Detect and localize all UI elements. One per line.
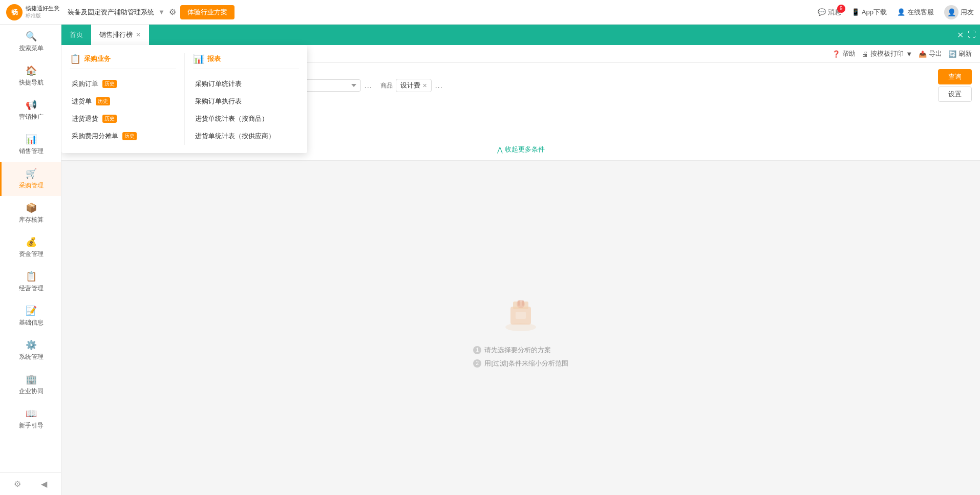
dropdown-item-order-exec[interactable]: 采购订单执行表 — [193, 93, 300, 110]
tab-bar: 首页 销售排行榜 ✕ ✕ ⛶ 📋 采购业务 采购订单 — [61, 25, 980, 45]
sidebar-label-marketing: 营销推广 — [19, 113, 44, 121]
sidebar-label-finance: 资金管理 — [19, 250, 44, 259]
app-download-btn[interactable]: 📱 App下载 — [851, 8, 887, 17]
export-btn[interactable]: 📤 导出 — [919, 49, 942, 58]
tab-sales-rank-label: 销售排行榜 — [99, 30, 133, 39]
phone-icon: 📱 — [851, 8, 860, 16]
tab-home[interactable]: 首页 — [61, 25, 91, 45]
main-wrapper: 🔍 搜索菜单 🏠 快捷导航 📢 营销推广 📊 销售管理 🛒 采购管理 📦 库存核… — [0, 25, 980, 495]
collapse-up-icon: ⋀ — [497, 146, 503, 154]
sidebar-item-search[interactable]: 🔍 搜索菜单 — [0, 25, 61, 59]
dropdown-divider — [184, 53, 185, 145]
voucher-status-more-icon[interactable]: … — [364, 81, 372, 90]
sidebar-label-purchase: 采购管理 — [19, 181, 44, 190]
action-buttons: 查询 设置 — [938, 69, 972, 102]
print-dropdown-icon[interactable]: ▼ — [906, 50, 912, 58]
hist-badge-incoming: 历史 — [96, 97, 110, 105]
sidebar-item-purchase[interactable]: 🛒 采购管理 — [0, 162, 61, 196]
empty-illustration — [495, 286, 546, 337]
sidebar-item-marketing[interactable]: 📢 营销推广 — [0, 93, 61, 127]
dropdown-report-col: 📊 报表 采购订单统计表 采购订单执行表 进货单统计表（按商品） 进货单统计表（… — [193, 53, 300, 145]
dropdown-item-incoming[interactable]: 进货单 历史 — [70, 93, 176, 110]
search-icon: 🔍 — [26, 31, 37, 42]
system-title-area: 装备及固定资产辅助管理系统 ▼ ⚙ 体验行业方案 — [68, 5, 818, 19]
sidebar-bottom: ⚙ ◀ — [0, 472, 61, 495]
online-service-label: 在线客服 — [907, 8, 934, 17]
sidebar-label-guide: 新手引导 — [19, 421, 44, 430]
message-btn[interactable]: 💬 消息 9 — [818, 8, 841, 17]
print-btn[interactable]: 🖨 按模板打印 ▼ — [862, 49, 912, 58]
gear-icon[interactable]: ⚙ — [169, 7, 176, 17]
tab-close-icon[interactable]: ✕ — [136, 31, 141, 38]
message-badge: 9 — [837, 5, 845, 13]
user-btn[interactable]: 👤 用友 — [944, 5, 974, 19]
goods-more-icon[interactable]: … — [435, 81, 443, 90]
system-icon: ⚙️ — [26, 339, 37, 351]
home-icon: 🏠 — [26, 65, 37, 76]
dropdown-purchase-title: 📋 采购业务 — [70, 53, 176, 69]
tab-close-all-icon[interactable]: ✕ — [957, 30, 964, 40]
sidebar-item-enterprise[interactable]: 🏢 企业协同 — [0, 368, 61, 402]
dropdown-item-return[interactable]: 进货退货 历史 — [70, 110, 176, 127]
sidebar-item-sales[interactable]: 📊 销售管理 — [0, 127, 61, 162]
purchase-icon: 🛒 — [26, 168, 37, 179]
filter-goods: 商品 设计费 ✕ … — [380, 79, 443, 92]
purchase-order-label: 采购订单 — [72, 79, 98, 89]
refresh-icon: 🔄 — [948, 50, 956, 58]
voucher-status-select[interactable] — [300, 79, 361, 92]
sidebar-item-finance[interactable]: 💰 资金管理 — [0, 230, 61, 265]
purchase-section-icon: 📋 — [70, 53, 81, 64]
svg-rect-6 — [516, 312, 526, 319]
sidebar-label-enterprise: 企业协同 — [19, 387, 44, 396]
sidebar-item-system[interactable]: ⚙️ 系统管理 — [0, 333, 61, 368]
system-title: 装备及固定资产辅助管理系统 — [68, 8, 154, 17]
logo-area: 畅 畅捷通好生意 标准版 — [6, 4, 68, 20]
dropdown-item-order-stats[interactable]: 采购订单统计表 — [193, 75, 300, 93]
app-download-label: App下载 — [862, 8, 887, 17]
svg-rect-5 — [522, 300, 524, 306]
sidebar-label-operations: 经营管理 — [19, 284, 44, 293]
sidebar-item-basic-info[interactable]: 📝 基础信息 — [0, 299, 61, 333]
inventory-icon: 📦 — [26, 202, 37, 213]
purchase-dropdown-menu: 📋 采购业务 采购订单 历史 进货单 历史 进货退货 历史 — [61, 45, 307, 153]
user-label: 用友 — [961, 8, 974, 17]
top-header: 畅 畅捷通好生意 标准版 装备及固定资产辅助管理系统 ▼ ⚙ 体验行业方案 💬 … — [0, 0, 980, 25]
empty-tip-1: 1 请先选择要分析的方案 — [473, 343, 568, 357]
logo-icon: 畅 — [6, 4, 23, 20]
dropdown-item-incoming-stats-goods[interactable]: 进货单统计表（按商品） — [193, 110, 300, 127]
collapse-sidebar-icon[interactable]: ◀ — [41, 479, 47, 489]
sidebar-item-guide[interactable]: 📖 新手引导 — [0, 402, 61, 436]
logo-text: 畅捷通好生意 标准版 — [26, 5, 59, 19]
sidebar-label-system: 系统管理 — [19, 353, 44, 361]
system-title-dropdown-icon[interactable]: ▼ — [158, 8, 165, 16]
hist-badge-purchase-order: 历史 — [102, 80, 117, 88]
dropdown-item-incoming-stats-supplier[interactable]: 进货单统计表（按供应商） — [193, 127, 300, 145]
marketing-icon: 📢 — [26, 99, 37, 111]
settings-bottom-icon[interactable]: ⚙ — [14, 479, 21, 489]
dropdown-item-purchase-order[interactable]: 采购订单 历史 — [70, 75, 176, 93]
industry-btn[interactable]: 体验行业方案 — [180, 5, 235, 19]
online-service-btn[interactable]: 👤 在线客服 — [897, 8, 934, 17]
hist-badge-expense: 历史 — [122, 132, 137, 140]
tab-expand-icon[interactable]: ⛶ — [968, 30, 976, 39]
goods-tag-close-icon[interactable]: ✕ — [422, 82, 427, 89]
sidebar-item-quick-nav[interactable]: 🏠 快捷导航 — [0, 59, 61, 93]
refresh-btn[interactable]: 🔄 刷新 — [948, 49, 972, 58]
avatar: 👤 — [944, 5, 958, 19]
message-icon: 💬 — [818, 8, 826, 16]
help-btn[interactable]: ❓ 帮助 — [832, 49, 856, 58]
query-btn[interactable]: 查询 — [938, 69, 972, 84]
content-area: 首页 销售排行榜 ✕ ✕ ⛶ 📋 采购业务 采购订单 — [61, 25, 980, 495]
sidebar-label-inventory: 库存核算 — [19, 216, 44, 224]
finance-icon: 💰 — [26, 236, 37, 248]
service-icon: 👤 — [897, 8, 905, 16]
set-btn[interactable]: 设置 — [938, 87, 972, 102]
goods-label: 商品 — [380, 81, 393, 90]
incoming-stats-supplier-label: 进货单统计表（按供应商） — [195, 132, 275, 141]
tab-sales-rank[interactable]: 销售排行榜 ✕ — [91, 25, 149, 45]
help-icon: ❓ — [832, 50, 840, 58]
sidebar-item-inventory[interactable]: 📦 库存核算 — [0, 196, 61, 230]
empty-tips: 1 请先选择要分析的方案 2 用[过滤]条件来缩小分析范围 — [473, 343, 568, 370]
sidebar-item-operations[interactable]: 📋 经营管理 — [0, 265, 61, 299]
dropdown-item-expense[interactable]: 采购费用分摊单 历史 — [70, 127, 176, 145]
